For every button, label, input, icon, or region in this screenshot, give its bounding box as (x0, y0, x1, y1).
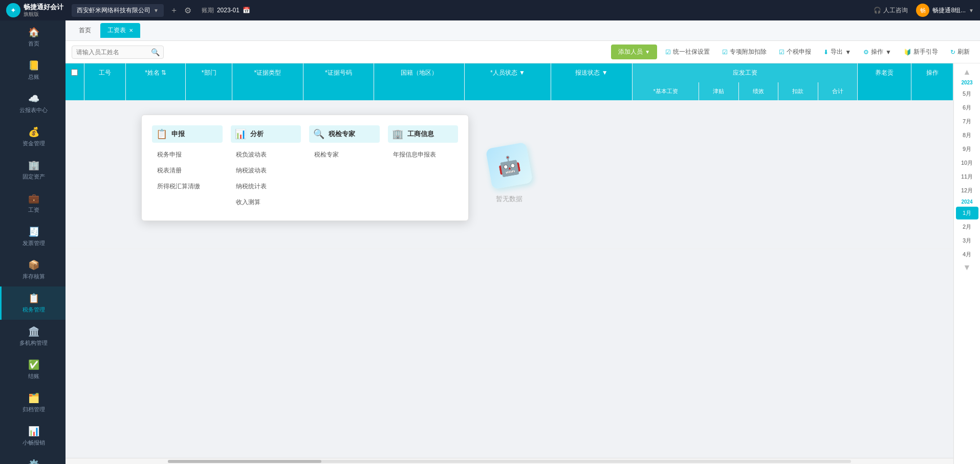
calendar-up-nav[interactable]: ▲ (962, 67, 972, 78)
support-button[interactable]: 🎧 人工咨询 (874, 6, 908, 15)
th-action: 操作 (911, 63, 953, 82)
th2-allowance: 津贴 (699, 82, 738, 100)
sidebar-item-multi[interactable]: 🏛️ 多机构管理 (0, 320, 66, 353)
user-info[interactable]: 畅 畅捷通8组... ▼ (916, 4, 974, 17)
sidebar-item-inventory[interactable]: 📦 库存核算 (0, 253, 66, 286)
add-person-button[interactable]: 添加人员 ▼ (611, 45, 657, 59)
dropdown-item-income-calc[interactable]: 收入测算 (231, 194, 301, 210)
fund-icon: 💰 (28, 126, 39, 138)
tab-bar: 首页 工资表 ✕ (66, 20, 980, 41)
chevron-down-icon: ▼ (154, 8, 159, 13)
calendar-month-2[interactable]: 2月 (956, 220, 978, 233)
sidebar-item-label: 首页 (28, 40, 39, 48)
period-value: 2023-01 (217, 7, 239, 14)
sidebar-item-archive[interactable]: 🗂️ 归档管理 (0, 386, 66, 419)
th2-dept (186, 82, 232, 100)
tax-return-action[interactable]: ☑ 个税申报 (775, 46, 815, 58)
operate-action[interactable]: ⚙ 操作 ▼ (859, 46, 896, 58)
scroll-bar-thumb[interactable] (168, 460, 321, 463)
settings-icon[interactable]: ⚙ (184, 6, 191, 15)
sidebar-item-cloud[interactable]: ☁️ 云报表中心 (0, 87, 66, 120)
dropdown-menu: 📋 申报 税务申报 税表清册 所得税汇算清缴 📊 (141, 115, 469, 221)
dropdown-item-tax-table[interactable]: 税表清册 (152, 163, 223, 179)
add-icon[interactable]: ＋ (170, 5, 178, 16)
dropdown-item-tax-wave[interactable]: 纳税波动表 (231, 163, 301, 179)
salary-icon: 💼 (28, 193, 39, 204)
sidebar-item-asset[interactable]: 🏢 固定资产 (0, 153, 66, 187)
tab-home[interactable]: 首页 (72, 23, 98, 38)
support-label: 人工咨询 (883, 6, 908, 15)
calendar-month-11[interactable]: 11月 (956, 170, 978, 183)
export-action[interactable]: ⬇ 导出 ▼ (819, 46, 855, 58)
dropdown-col-analysis: 📊 分析 税负波动表 纳税波动表 纳税统计表 收入测算 (227, 121, 306, 214)
close-icon[interactable]: ✕ (129, 28, 133, 33)
social-insurance-action[interactable]: ☑ 统一社保设置 (661, 46, 714, 58)
sidebar-item-tax[interactable]: 📋 税务管理 (0, 286, 66, 320)
settings-icon: ⚙️ (28, 459, 39, 464)
calendar-month-5[interactable]: 5月 (956, 87, 978, 100)
th-report-status: 报送状态 ▼ (551, 63, 632, 82)
calendar-month-8[interactable]: 8月 (956, 129, 978, 142)
refresh-action[interactable]: ↻ 刷新 (946, 46, 974, 58)
period-label: 账期 (202, 6, 214, 15)
calendar-month-9[interactable]: 9月 (956, 143, 978, 156)
operate-icon: ⚙ (863, 49, 869, 56)
dropdown-item-income-tax[interactable]: 所得税汇算清缴 (152, 179, 223, 194)
dropdown-col-report: 📋 申报 税务申报 税表清册 所得税汇算清缴 (148, 121, 227, 214)
calendar-month-3[interactable]: 3月 (956, 234, 978, 247)
sidebar-item-salary[interactable]: 💼 工资 (0, 187, 66, 220)
calendar-month-7[interactable]: 7月 (956, 115, 978, 128)
inventory-icon: 📦 (28, 259, 39, 271)
th2-idnum (303, 82, 374, 100)
calendar-month-10[interactable]: 10月 (956, 157, 978, 169)
th-checkbox[interactable] (66, 63, 84, 82)
th2-status (464, 82, 551, 100)
calendar-icon[interactable]: 📅 (243, 7, 250, 14)
report-filter-icon[interactable]: ▼ (602, 69, 608, 76)
filter-icon[interactable]: ▼ (519, 69, 525, 76)
sidebar-item-report[interactable]: 📊 小畅报销 (0, 419, 66, 453)
dropdown-col-analysis-header: 📊 分析 (231, 125, 301, 143)
calendar-month-4[interactable]: 4月 (956, 248, 978, 261)
th-name: *姓名 ⇅ (126, 63, 186, 82)
calendar-down-nav[interactable]: ▼ (962, 262, 972, 273)
deduct-label: 专项附加扣除 (730, 48, 767, 56)
company-name: 西安虾米网络科技有限公司 (77, 6, 150, 15)
dropdown-item-tax-stats[interactable]: 纳税统计表 (231, 179, 301, 194)
search-box[interactable]: 🔍 (72, 46, 164, 59)
sidebar-item-ledger[interactable]: 📒 总账 (0, 54, 66, 87)
archive-icon: 🗂️ (28, 392, 39, 404)
dropdown-item-expert[interactable]: 税检专家 (309, 147, 380, 163)
asset-icon: 🏢 (28, 160, 39, 171)
dropdown-item-tax-burden[interactable]: 税负波动表 (231, 147, 301, 163)
dropdown-col-business-header: 🏢 工商信息 (388, 125, 459, 143)
add-person-label: 添加人员 (618, 48, 643, 56)
operate-chevron-icon: ▼ (885, 49, 891, 56)
select-all-checkbox[interactable] (71, 69, 78, 76)
sidebar-item-fund[interactable]: 💰 资金管理 (0, 120, 66, 153)
new-guide-action[interactable]: 🔰 新手引导 (900, 46, 942, 58)
th2-report (551, 82, 632, 100)
company-selector[interactable]: 西安虾米网络科技有限公司 ▼ (72, 4, 164, 17)
sidebar-item-settings[interactable]: ⚙️ 基础设置 (0, 453, 66, 464)
tab-salary-table[interactable]: 工资表 ✕ (100, 23, 140, 38)
logo-text: 畅捷通好会计 旗舰版 (24, 3, 63, 17)
calendar-month-12[interactable]: 12月 (956, 184, 978, 197)
export-chevron-icon: ▼ (845, 49, 851, 56)
dropdown-item-tax-report[interactable]: 税务申报 (152, 147, 223, 163)
table-container: 工号 *姓名 ⇅ *部门 *证据类型 *证据号码 国籍（地区） *人员状态 ▼ … (66, 63, 953, 458)
th2-id (84, 82, 126, 100)
sidebar-item-label: 多机构管理 (19, 339, 48, 347)
scroll-bar-track[interactable] (168, 460, 851, 463)
sidebar-item-label: 工资 (28, 206, 39, 214)
dropdown-item-annual-report[interactable]: 年报信息申报表 (388, 147, 459, 163)
no-data-text: 暂无数据 (496, 194, 522, 204)
sidebar-item-home[interactable]: 🏠 首页 (0, 20, 66, 54)
special-deduct-action[interactable]: ☑ 专项附加扣除 (718, 46, 771, 58)
calendar-month-1[interactable]: 1月 (956, 207, 978, 219)
sidebar-item-settle[interactable]: ✅ 结账 (0, 353, 66, 386)
calendar-month-6[interactable]: 6月 (956, 101, 978, 114)
search-input[interactable] (76, 49, 148, 56)
home-icon: 🏠 (28, 27, 39, 38)
sidebar-item-invoice[interactable]: 🧾 发票管理 (0, 220, 66, 253)
